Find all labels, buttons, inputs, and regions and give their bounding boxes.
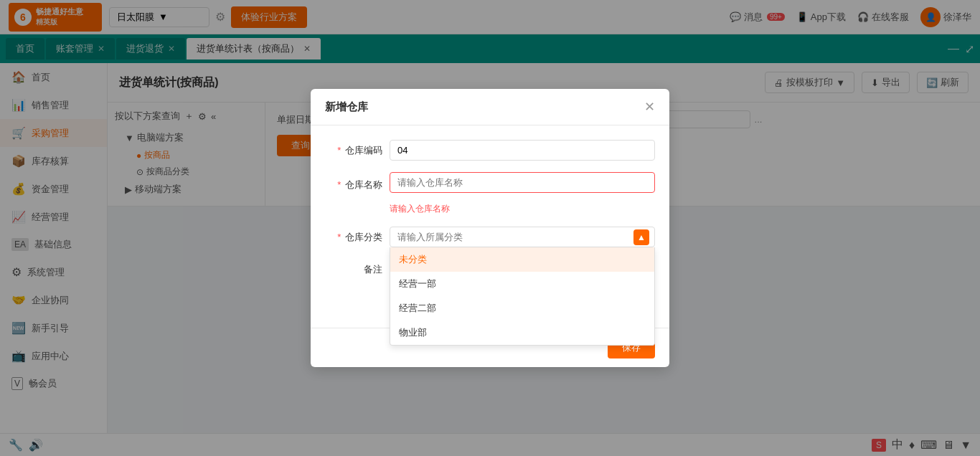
modal-close-button[interactable]: ✕ bbox=[644, 99, 655, 115]
category-input[interactable] bbox=[390, 227, 655, 247]
warehouse-code-input[interactable] bbox=[390, 140, 655, 161]
name-error-msg: 请输入仓库名称 bbox=[390, 204, 450, 214]
category-label: * 仓库分类 bbox=[325, 227, 382, 244]
warehouse-name-input[interactable] bbox=[390, 172, 655, 193]
dropdown-item-0[interactable]: 未分类 bbox=[390, 247, 654, 272]
code-label: * 仓库编码 bbox=[325, 140, 382, 157]
dropdown-item-3[interactable]: 物业部 bbox=[390, 320, 654, 345]
form-row-name: * 仓库名称 请输入仓库名称 bbox=[325, 172, 655, 215]
category-toggle-button[interactable]: ▲ bbox=[633, 229, 649, 245]
name-label: * 仓库名称 bbox=[325, 174, 382, 191]
form-row-category: * 仓库分类 ▲ 未分类 经营一部 经营二部 bbox=[325, 227, 655, 247]
dropdown-item-1[interactable]: 经营一部 bbox=[390, 272, 654, 296]
modal-overlay: 新增仓库 ✕ * 仓库编码 * 仓库名称 bbox=[0, 0, 980, 456]
modal-title: 新增仓库 bbox=[325, 100, 368, 114]
modal-header: 新增仓库 ✕ bbox=[311, 89, 669, 125]
form-row-code: * 仓库编码 bbox=[325, 140, 655, 161]
category-dropdown: 未分类 经营一部 经营二部 物业部 bbox=[390, 247, 655, 346]
modal-body: * 仓库编码 * 仓库名称 请输入仓库名称 bbox=[311, 125, 669, 328]
modal-add-warehouse: 新增仓库 ✕ * 仓库编码 * 仓库名称 bbox=[311, 89, 669, 367]
dropdown-item-2[interactable]: 经营二部 bbox=[390, 296, 654, 320]
remarks-label: 备注 bbox=[325, 259, 382, 276]
category-input-wrapper: ▲ 未分类 经营一部 经营二部 物业部 bbox=[390, 227, 655, 247]
